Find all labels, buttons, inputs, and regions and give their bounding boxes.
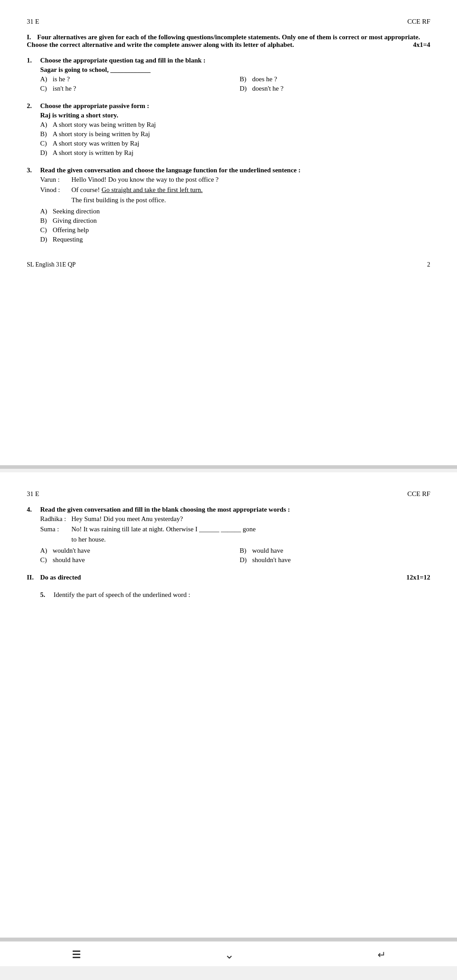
q3-number: 3.	[27, 167, 40, 174]
home-icon[interactable]: ⌄	[224, 948, 234, 962]
q4-option-d: D) shouldn't have	[240, 556, 430, 564]
q1-options: A) is he ? B) does he ? C) isn't he ? D)…	[40, 75, 430, 92]
section-II-row: II. Do as directed 12x1=12	[27, 574, 430, 581]
q1-option-d-text: doesn't he ?	[252, 85, 283, 92]
q3-speaker-varun: Varun :	[40, 176, 71, 183]
q2-options: A) A short story was being written by Ra…	[40, 121, 430, 157]
q2-option-a-label: A)	[40, 121, 50, 129]
nav-bar: ☰ ⌄ ↵	[0, 941, 457, 966]
q2-option-b-label: B)	[40, 130, 50, 138]
q3-conv-line-1: Varun : Hello Vinod! Do you know the way…	[40, 176, 430, 183]
q4-conversation: Radhika : Hey Suma! Did you meet Anu yes…	[40, 515, 430, 543]
q1-heading: Choose the appropriate question tag and …	[40, 57, 430, 64]
q1-sub: Sagar is going to school, ____________	[40, 66, 150, 74]
q4-option-d-text: shouldn't have	[252, 556, 291, 564]
q4-option-b: B) would have	[240, 547, 430, 555]
q2-option-d-text: A short story is written by Raj	[53, 149, 133, 157]
q1-option-a-label: A)	[40, 75, 50, 83]
q5-row: 5. Identify the part of speech of the un…	[27, 591, 430, 599]
q4-heading-row: 4. Read the given conversation and fill …	[27, 506, 430, 513]
q4-options: A) wouldn't have B) would have C) should…	[40, 547, 430, 564]
q2-option-c: C) A short story was written by Raj	[40, 140, 430, 147]
q4-option-c-text: should have	[53, 556, 85, 564]
q2-sub: Raj is writing a short story.	[40, 112, 118, 119]
q3-option-b: B) Giving direction	[40, 217, 430, 225]
question-5: 5. Identify the part of speech of the un…	[27, 591, 430, 599]
q5-number: 5.	[40, 591, 54, 599]
q3-heading-row: 3. Read the given conversation and choos…	[27, 167, 430, 174]
q1-option-d: D) doesn't he ?	[240, 85, 430, 92]
q4-suma-text: No! It was raining till late at night. O…	[71, 525, 430, 533]
q3-option-c-text: Offering help	[53, 226, 89, 234]
q2-option-d: D) A short story is written by Raj	[40, 149, 430, 157]
q1-heading-row: 1. Choose the appropriate question tag a…	[27, 57, 430, 64]
page1-top-left: 31 E	[27, 18, 39, 25]
q4-radhika-text: Hey Suma! Did you meet Anu yesterday?	[71, 515, 430, 523]
section-I-instruction: I. Four alternatives are given for each …	[27, 33, 430, 49]
page1-footer-left: SL English 31E QP	[27, 261, 76, 268]
q2-heading: Choose the appropriate passive form :	[40, 102, 430, 110]
q3-option-c: C) Offering help	[40, 226, 430, 234]
q3-heading: Read the given conversation and choose t…	[40, 167, 430, 174]
menu-icon[interactable]: ☰	[72, 949, 81, 961]
q4-number: 4.	[27, 506, 40, 513]
question-1: 1. Choose the appropriate question tag a…	[27, 57, 430, 92]
section-I-marks: 4x1=4	[413, 41, 430, 49]
q1-sub-row: Sagar is going to school, ____________	[27, 66, 430, 74]
q3-conv-line-2: Vinod : Of course! Go straight and take …	[40, 186, 430, 194]
page1-footer: SL English 31E QP 2	[27, 261, 430, 268]
q4-option-d-label: D)	[240, 556, 249, 564]
q3-speaker-vinod: Vinod :	[40, 186, 71, 194]
page-1: 31 E CCE RF I. Four alternatives are giv…	[0, 0, 457, 469]
q3-option-b-label: B)	[40, 217, 50, 225]
q4-option-a: A) wouldn't have	[40, 547, 231, 555]
question-4: 4. Read the given conversation and fill …	[27, 506, 430, 564]
q3-conv-empty-speaker	[40, 196, 71, 204]
q4-option-a-label: A)	[40, 547, 50, 555]
page-2: 31 E CCE RF 4. Read the given conversati…	[0, 472, 457, 941]
q3-continuation-text: The first building is the post office.	[71, 196, 430, 204]
q3-option-a-text: Seeking direction	[53, 208, 100, 215]
q1-option-b: B) does he ?	[240, 75, 430, 83]
page1-top-right: CCE RF	[407, 18, 430, 25]
q2-sub-row: Raj is writing a short story.	[27, 112, 430, 119]
q4-option-c: C) should have	[40, 556, 231, 564]
q3-options: A) Seeking direction B) Giving direction…	[40, 208, 430, 243]
q2-option-a: A) A short story was being written by Ra…	[40, 121, 430, 129]
q4-option-a-text: wouldn't have	[53, 547, 90, 555]
q3-conv-line-3: The first building is the post office.	[40, 196, 430, 204]
q3-option-a-label: A)	[40, 208, 50, 215]
q4-speaker-radhika: Radhika :	[40, 515, 71, 523]
q1-option-c-label: C)	[40, 85, 50, 92]
q4-suma-continuation: to her house.	[71, 536, 430, 543]
q4-option-b-text: would have	[252, 547, 283, 555]
q4-option-b-label: B)	[240, 547, 249, 555]
q3-option-b-text: Giving direction	[53, 217, 97, 225]
q2-heading-row: 2. Choose the appropriate passive form :	[27, 102, 430, 110]
q3-varun-text: Hello Vinod! Do you know the way to the …	[71, 176, 430, 183]
q3-option-a: A) Seeking direction	[40, 208, 430, 215]
q1-option-a: A) is he ?	[40, 75, 231, 83]
q1-option-c-text: isn't he ?	[53, 85, 76, 92]
page1-footer-right: 2	[427, 261, 430, 268]
q2-option-c-text: A short story was written by Raj	[53, 140, 139, 147]
page-1-header: 31 E CCE RF	[27, 18, 430, 25]
question-3: 3. Read the given conversation and choos…	[27, 167, 430, 243]
q3-option-d: D) Requesting	[40, 236, 430, 243]
section-II: II. Do as directed 12x1=12	[27, 574, 430, 581]
q4-heading: Read the given conversation and fill in …	[40, 506, 430, 513]
q1-number: 1.	[27, 57, 40, 64]
q3-option-c-label: C)	[40, 226, 50, 234]
q4-conv-line-2: Suma : No! It was raining till late at n…	[40, 525, 430, 533]
q1-option-d-label: D)	[240, 85, 249, 92]
q2-option-a-text: A short story was being written by Raj	[53, 121, 156, 129]
page2-top-left: 31 E	[27, 490, 39, 498]
section-I-text: Four alternatives are given for each of …	[27, 33, 420, 48]
question-2: 2. Choose the appropriate passive form :…	[27, 102, 430, 157]
section-II-marks: 12x1=12	[235, 574, 430, 581]
q3-vinod-text: Of course! Go straight and take the firs…	[71, 186, 430, 194]
back-icon[interactable]: ↵	[378, 949, 386, 961]
section-II-heading: Do as directed	[40, 574, 235, 581]
q2-option-b-text: A short story is being written by Raj	[53, 130, 150, 138]
q3-underlined-text: Go straight and take the first left turn…	[101, 186, 203, 193]
